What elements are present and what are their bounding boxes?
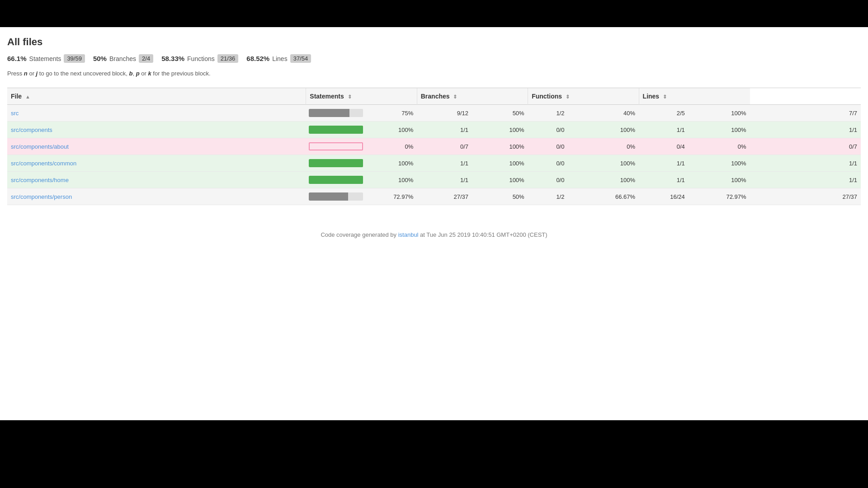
page-title: All files xyxy=(7,36,861,48)
col-header-statements[interactable]: Statements ⇕ xyxy=(306,88,417,105)
stmt-count: 1/1 xyxy=(417,122,472,138)
table-header-row: File ▲ Statements ⇕ Branches ⇕ Functions… xyxy=(7,88,861,105)
line-count: 1/1 xyxy=(750,122,861,138)
bar-cell xyxy=(306,155,382,172)
footer-pre: Code coverage generated by xyxy=(321,231,398,238)
branches-pct: 50% xyxy=(93,55,107,62)
col-file-label: File xyxy=(11,93,22,100)
col-functions-label: Functions xyxy=(532,93,562,100)
hint-text: Press n or j to go to the next uncovered… xyxy=(7,70,861,77)
summary-bar: 66.1% Statements 39/59 50% Branches 2/4 … xyxy=(7,54,861,63)
line-count: 1/1 xyxy=(750,155,861,172)
file-cell: src/components/common xyxy=(7,155,306,172)
stmt-pct: 100% xyxy=(382,155,417,172)
footer: Code coverage generated by istanbul at T… xyxy=(7,223,861,246)
lines-badge: 37/54 xyxy=(290,54,311,63)
branch-count: 0/0 xyxy=(528,155,568,172)
table-row: src/components/about0%0/7100%0/00%0/40%0… xyxy=(7,138,861,155)
functions-label: Functions xyxy=(187,55,215,62)
stmt-pct: 75% xyxy=(382,105,417,122)
branch-count: 0/0 xyxy=(528,138,568,155)
file-link[interactable]: src xyxy=(11,110,19,117)
main-content: All files 66.1% Statements 39/59 50% Bra… xyxy=(0,27,868,420)
statements-label: Statements xyxy=(29,55,61,62)
stmt-count: 1/1 xyxy=(417,155,472,172)
line-count: 27/37 xyxy=(750,188,861,205)
statements-pct: 66.1% xyxy=(7,55,27,62)
branch-pct: 100% xyxy=(472,155,528,172)
stmt-count: 9/12 xyxy=(417,105,472,122)
func-count: 1/1 xyxy=(639,172,689,188)
file-cell: src xyxy=(7,105,306,122)
stmt-count: 0/7 xyxy=(417,138,472,155)
table-row: src/components/home100%1/1100%0/0100%1/1… xyxy=(7,172,861,188)
line-pct: 72.97% xyxy=(689,188,750,205)
statements-badge: 39/59 xyxy=(64,54,85,63)
top-bar xyxy=(0,0,868,27)
line-count: 1/1 xyxy=(750,172,861,188)
istanbul-link[interactable]: istanbul xyxy=(398,231,419,238)
file-link[interactable]: src/components xyxy=(11,127,52,133)
branch-pct: 50% xyxy=(472,188,528,205)
file-link[interactable]: src/components/common xyxy=(11,160,76,167)
summary-statements: 66.1% Statements 39/59 xyxy=(7,54,85,63)
stmt-pct: 72.97% xyxy=(382,188,417,205)
file-cell: src/components/person xyxy=(7,188,306,205)
col-header-lines[interactable]: Lines ⇕ xyxy=(639,88,750,105)
table-row: src75%9/1250%1/240%2/5100%7/7 xyxy=(7,105,861,122)
bar-cell xyxy=(306,138,382,155)
col-statements-sort: ⇕ xyxy=(348,94,352,99)
func-pct: 40% xyxy=(568,105,639,122)
line-pct: 100% xyxy=(689,155,750,172)
stmt-count: 27/37 xyxy=(417,188,472,205)
func-count: 16/24 xyxy=(639,188,689,205)
coverage-table: File ▲ Statements ⇕ Branches ⇕ Functions… xyxy=(7,88,861,205)
summary-lines: 68.52% Lines 37/54 xyxy=(246,54,311,63)
branch-pct: 100% xyxy=(472,138,528,155)
func-pct: 100% xyxy=(568,122,639,138)
func-count: 2/5 xyxy=(639,105,689,122)
bar-cell xyxy=(306,188,382,205)
branch-count: 1/2 xyxy=(528,188,568,205)
line-count: 7/7 xyxy=(750,105,861,122)
line-pct: 0% xyxy=(689,138,750,155)
stmt-count: 1/1 xyxy=(417,172,472,188)
file-cell: src/components/home xyxy=(7,172,306,188)
branch-pct: 100% xyxy=(472,172,528,188)
summary-branches: 50% Branches 2/4 xyxy=(93,54,153,63)
stmt-pct: 100% xyxy=(382,172,417,188)
file-link[interactable]: src/components/home xyxy=(11,177,69,183)
col-header-functions[interactable]: Functions ⇕ xyxy=(528,88,639,105)
bottom-bar xyxy=(0,420,868,447)
table-row: src/components/person72.97%27/3750%1/266… xyxy=(7,188,861,205)
func-count: 1/1 xyxy=(639,122,689,138)
functions-badge: 21/36 xyxy=(217,54,239,63)
file-link[interactable]: src/components/about xyxy=(11,143,69,150)
file-cell: src/components xyxy=(7,122,306,138)
lines-label: Lines xyxy=(272,55,287,62)
footer-post: at Tue Jun 25 2019 10:40:51 GMT+0200 (CE… xyxy=(419,231,547,238)
line-pct: 100% xyxy=(689,122,750,138)
branches-label: Branches xyxy=(109,55,136,62)
func-pct: 66.67% xyxy=(568,188,639,205)
col-branches-label: Branches xyxy=(421,93,450,100)
branch-count: 0/0 xyxy=(528,122,568,138)
func-pct: 100% xyxy=(568,155,639,172)
summary-functions: 58.33% Functions 21/36 xyxy=(161,54,238,63)
bar-cell xyxy=(306,122,382,138)
file-cell: src/components/about xyxy=(7,138,306,155)
branches-badge: 2/4 xyxy=(139,54,153,63)
func-count: 1/1 xyxy=(639,155,689,172)
table-row: src/components/common100%1/1100%0/0100%1… xyxy=(7,155,861,172)
col-functions-sort: ⇕ xyxy=(566,94,570,99)
col-header-branches[interactable]: Branches ⇕ xyxy=(417,88,528,105)
line-pct: 100% xyxy=(689,172,750,188)
col-header-file[interactable]: File ▲ xyxy=(7,88,306,105)
col-branches-sort: ⇕ xyxy=(453,94,457,99)
func-pct: 0% xyxy=(568,138,639,155)
func-count: 0/4 xyxy=(639,138,689,155)
col-file-sort: ▲ xyxy=(25,94,30,99)
file-link[interactable]: src/components/person xyxy=(11,193,72,200)
line-pct: 100% xyxy=(689,105,750,122)
branch-pct: 50% xyxy=(472,105,528,122)
